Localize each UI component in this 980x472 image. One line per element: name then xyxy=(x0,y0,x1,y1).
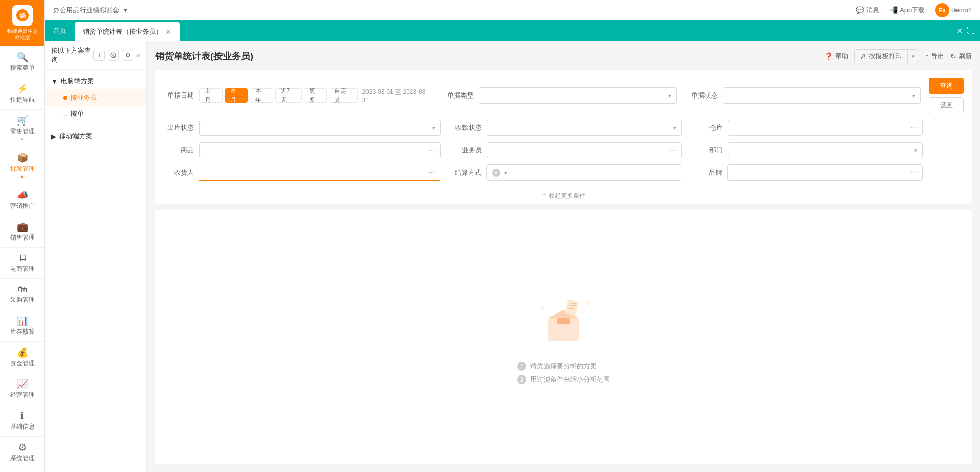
app-download-btn[interactable]: 📲 App下载 xyxy=(890,6,925,15)
tab-bar-actions: ✕ ⛶ xyxy=(956,26,980,36)
date-btn-last-month[interactable]: 上月 xyxy=(199,88,223,103)
print-btn[interactable]: 🖨 按模板打印 xyxy=(855,50,908,63)
warehouse-field[interactable]: ··· xyxy=(728,120,923,136)
doc-status-field[interactable]: ▾ xyxy=(723,87,921,104)
sidebar-item-ecommerce[interactable]: 🖥 电商管理 xyxy=(0,248,44,279)
date-btn-this-month[interactable]: 本月 xyxy=(225,88,248,103)
help-label: 帮助 xyxy=(835,52,848,61)
sidebar-item-label: 系统管理 xyxy=(10,454,35,463)
main-area: 办公用品行业模拟账套 ▾ 💬 消息 📲 App下载 Ea demo2 首页 xyxy=(45,0,980,472)
tab-home[interactable]: 首页 xyxy=(45,20,75,41)
sidebar-item-quicknav[interactable]: ⚡ 快捷导航 xyxy=(0,78,44,110)
nav-add-btn[interactable]: + xyxy=(93,50,105,61)
settings-button[interactable]: 设置 xyxy=(929,97,964,113)
nav-collapse-btn[interactable]: « xyxy=(136,51,140,59)
breadcrumb-arrow-icon[interactable]: ▾ xyxy=(124,6,127,14)
brand-label: 品牌 xyxy=(692,168,727,177)
avatar: Ea xyxy=(935,3,949,17)
empty-state: 1 请先选择要分析的方案 2 用过滤条件来缩小分析范围 xyxy=(155,210,972,464)
print-btn-group: 🖨 按模板打印 ▾ xyxy=(854,49,919,63)
tip-2-num: 2 xyxy=(517,375,526,384)
pay-status-field[interactable]: ▾ xyxy=(487,120,682,136)
sidebar-item-search[interactable]: 🔍 搜索菜单 xyxy=(0,46,44,78)
date-btn-7days[interactable]: 近7天 xyxy=(275,88,302,103)
sidebar-item-label: 基础信息 xyxy=(10,422,35,431)
sidebar-item-system[interactable]: ⚙ 系统管理 xyxy=(0,437,44,468)
ecommerce-icon: 🖥 xyxy=(18,253,27,264)
help-icon: ❓ xyxy=(824,52,833,60)
system-icon: ⚙ xyxy=(18,442,27,453)
user-profile[interactable]: Ea demo2 xyxy=(935,3,972,17)
date-btn-this-year[interactable]: 本年 xyxy=(250,88,273,103)
export-icon: ↑ xyxy=(925,52,929,60)
sidebar-item-retail[interactable]: 🛒 零售管理 ▲ xyxy=(0,110,44,147)
sidebar-item-purchase[interactable]: 🛍 采购管理 xyxy=(0,279,44,310)
settlement-clear-btn[interactable]: ✕ xyxy=(492,169,500,177)
wholesale-icon: 📦 xyxy=(17,152,28,163)
out-status-label: 出库状态 xyxy=(163,123,199,132)
salesperson-dots-icon: ··· xyxy=(670,146,676,154)
sidebar-item-marketing[interactable]: 📣 营销推广 xyxy=(0,184,44,216)
nav-edit-btn[interactable]: ✎ xyxy=(108,50,119,61)
sidebar-item-operations[interactable]: 📈 经营管理 xyxy=(0,373,44,405)
date-btn-more[interactable]: 更多 xyxy=(304,88,327,103)
left-nav-header: 按以下方案查询 + ✎ ⚙ « xyxy=(45,41,146,70)
active-dot xyxy=(63,96,67,100)
app-sub-text: 标准版 xyxy=(15,34,30,41)
empty-tip-1: 1 请先选择要分析的方案 xyxy=(517,362,610,371)
doc-type-field[interactable]: ▾ xyxy=(479,87,677,104)
sidebar-item-wholesale[interactable]: 📦 批发管理 ▲ xyxy=(0,147,44,184)
sales-icon: 💼 xyxy=(17,221,28,232)
content-wrapper: 按以下方案查询 + ✎ ⚙ « ▼ 电脑端方案 xyxy=(45,41,980,472)
print-dropdown-btn[interactable]: ▾ xyxy=(908,51,919,62)
nav-item-by-order[interactable]: ≡ 按单 xyxy=(45,106,146,122)
sidebar-item-finance[interactable]: 💰 资金管理 xyxy=(0,342,44,373)
marketing-icon: 📣 xyxy=(17,190,28,201)
expand-icon-active: ▲ xyxy=(20,173,25,179)
help-btn[interactable]: ❓ 帮助 xyxy=(824,52,848,61)
nav-item-label: 按业务员 xyxy=(70,93,97,102)
app-download-label: App下载 xyxy=(900,6,925,15)
sidebar-item-cooperation[interactable]: 🤝 企业协同 xyxy=(0,468,44,472)
tab-sales-stat[interactable]: 销货单统计表（按业务员） ✕ xyxy=(75,22,180,41)
svg-text:✎: ✎ xyxy=(112,54,115,58)
svg-rect-7 xyxy=(557,318,570,324)
refresh-btn[interactable]: ↻ 刷新 xyxy=(950,52,972,61)
filter-row-4: 收货人 ··· 结算方式 ✕ ▾ 品牌 xyxy=(163,164,964,181)
nav-item-by-salesperson[interactable]: 按业务员 xyxy=(45,89,146,106)
nav-mobile-label: 移动端方案 xyxy=(59,132,92,141)
refresh-label: 刷新 xyxy=(959,52,972,61)
tab-fullscreen-icon[interactable]: ⛶ xyxy=(967,26,975,35)
empty-tips: 1 请先选择要分析的方案 2 用过滤条件来缩小分析范围 xyxy=(517,362,610,384)
brand-field[interactable]: ··· xyxy=(727,164,923,181)
doc-status-col: 单据状态 ▾ xyxy=(687,87,921,104)
salesperson-label: 业务员 xyxy=(451,146,487,155)
recipient-field[interactable]: ··· xyxy=(199,164,440,181)
sidebar-item-label: 销售管理 xyxy=(10,233,35,242)
out-status-field[interactable]: ▾ xyxy=(199,120,441,136)
nav-group-pc[interactable]: ▼ 电脑端方案 xyxy=(45,73,146,89)
tab-close-icon[interactable]: ✕ xyxy=(165,28,172,36)
filter-row-1: 单据日期 上月 本月 本年 近7天 更多 自定义 2023-03-01 至 20… xyxy=(163,78,964,113)
settlement-field[interactable]: ✕ ▾ xyxy=(486,164,682,181)
sidebar-item-label: 批发管理 xyxy=(10,164,35,173)
nav-settings-btn[interactable]: ⚙ xyxy=(122,50,133,61)
query-button[interactable]: 查询 xyxy=(929,78,964,94)
sidebar-item-inventory[interactable]: 📊 库存核算 xyxy=(0,310,44,342)
nav-order-icon: ≡ xyxy=(63,110,67,118)
sidebar-item-sales[interactable]: 💼 销售管理 xyxy=(0,216,44,248)
dept-field[interactable]: ▾ xyxy=(728,142,923,158)
doc-status-label: 单据状态 xyxy=(687,91,723,100)
export-btn[interactable]: ↑ 导出 xyxy=(925,52,944,61)
date-btn-custom[interactable]: 自定义 xyxy=(329,88,358,103)
tab-close-window-icon[interactable]: ✕ xyxy=(956,26,963,36)
nav-group-mobile[interactable]: ▶ 移动端方案 xyxy=(45,128,146,145)
pay-status-label: 收款状态 xyxy=(451,123,487,132)
salesperson-col: 业务员 ··· xyxy=(451,142,682,158)
nav-pc-group: ▼ 电脑端方案 按业务员 ≡ 按单 xyxy=(45,70,146,125)
collapse-more-btn[interactable]: ⌃ 收起更多条件 xyxy=(163,187,964,204)
salesperson-field[interactable]: ··· xyxy=(487,142,682,158)
goods-field[interactable]: ··· xyxy=(199,142,441,158)
sidebar-item-basic-info[interactable]: ℹ 基础信息 xyxy=(0,405,44,437)
message-btn[interactable]: 💬 消息 xyxy=(856,6,879,15)
